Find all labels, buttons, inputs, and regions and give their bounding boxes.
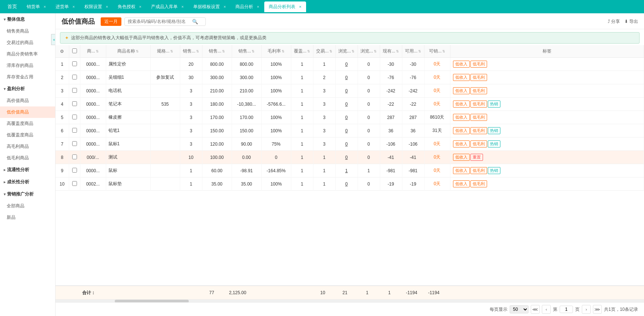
views-link[interactable]: 0 [345,115,348,120]
sidebar-item-new-goods[interactable]: 新品 [0,212,55,223]
views-link[interactable]: 0 [345,181,348,187]
col-views2[interactable]: 浏览...⇅ [358,45,380,58]
sidebar-section-profit[interactable]: ▾ 盈利分析 [0,83,55,95]
col-name[interactable]: 商品名称⇅ [106,45,150,58]
row-stock2: -30 [402,58,424,71]
nav-product-in[interactable]: 产成品入库单 × [147,1,188,12]
row-select-checkbox[interactable] [72,88,77,93]
col-avail[interactable]: 可销...⇅ [424,45,450,58]
first-page-btn[interactable]: ⋘ [531,305,540,314]
last-page-btn[interactable]: ⋙ [593,305,602,314]
sidebar-collapse-btn[interactable]: « [51,34,56,45]
scrollbar-area[interactable] [56,299,644,302]
sidebar-section-growth[interactable]: ▸ 成长性分析 [0,176,55,188]
nav-product-analysis-list-close[interactable]: × [299,4,301,9]
nav-product-analysis[interactable]: 商品分析 × [231,1,264,12]
nav-role-close[interactable]: × [139,4,141,9]
row-checkbox[interactable] [69,137,80,151]
row-select-checkbox[interactable] [72,154,77,159]
nav-role[interactable]: 角色授权 × [113,1,146,12]
sidebar-item-high-coverage[interactable]: 高覆盖度商品 [0,118,55,129]
sidebar-section-marketing[interactable]: ▾ 营销推广分析 [0,188,55,200]
row-select-checkbox[interactable] [72,181,77,186]
sidebar-section-overview[interactable]: ▾ 整体信息 [0,13,55,26]
col-spec[interactable]: 规格...⇅ [150,45,180,58]
sidebar-item-high-margin[interactable]: 高毛利商品 [0,141,55,152]
row-checkbox[interactable] [69,177,80,191]
row-select-checkbox[interactable] [72,101,77,106]
nav-permission[interactable]: 权限设置 × [80,1,113,12]
page-size-select[interactable]: 50 100 200 [510,305,529,313]
nav-template[interactable]: 单据模板设置 × [189,1,230,12]
sidebar-item-stock-capital[interactable]: 库存资金占用 [0,71,55,83]
date-filter-btn[interactable]: 近一月 [101,17,121,26]
row-select-checkbox[interactable] [72,61,77,66]
views-link[interactable]: 0 [345,88,348,94]
search-icon[interactable]: 🔍 [192,19,198,24]
sidebar-item-high-value[interactable]: 高价值商品 [0,95,55,106]
export-btn[interactable]: ⬇ 导出 [624,18,638,25]
search-input[interactable] [128,19,191,24]
views-link[interactable]: 0 [345,102,348,107]
col-coverage[interactable]: 覆盖...⇅ [291,45,313,58]
sidebar-item-low-value[interactable]: 低价值商品 [0,106,55,118]
nav-purchase-close[interactable]: × [73,4,75,9]
views-link[interactable]: 0 [345,155,348,160]
sidebar-item-low-margin[interactable]: 低毛利商品 [0,152,55,164]
row-views1: 0 [335,111,358,124]
row-checkbox[interactable] [69,84,80,98]
sidebar-section-flow[interactable]: ▸ 流通性分析 [0,164,55,176]
views-link[interactable]: 0 [345,62,348,67]
next-page-btn[interactable]: › [582,305,591,314]
col-stock1[interactable]: 现有...⇅ [380,45,402,58]
col-price[interactable]: 销售...⇅ [202,45,232,58]
nav-purchase[interactable]: 进货单 × [51,1,79,12]
views-link[interactable]: 1 [345,168,348,173]
col-margin[interactable]: 毛利率⇅ [261,45,291,58]
views-link[interactable]: 0 [345,128,348,133]
col-views1[interactable]: 浏览...⇅ [335,45,358,58]
sidebar-item-sales-goods[interactable]: 销售类商品 [0,26,55,37]
col-code[interactable]: 商...⇅ [80,45,106,58]
nav-product-analysis-close[interactable]: × [257,4,259,9]
row-qty: 20 [180,58,202,71]
row-checkbox[interactable] [69,58,80,71]
table-row: 6 0000... 铅笔1 3 150.00 150.00 100% 1 3 0… [56,124,644,137]
row-select-checkbox[interactable] [72,115,77,119]
share-btn[interactable]: ⤴ 分享 [608,18,620,25]
row-checkbox[interactable] [69,111,80,124]
row-select-checkbox[interactable] [72,141,77,146]
sidebar-item-low-coverage[interactable]: 低覆盖度商品 [0,129,55,141]
row-checkbox[interactable] [69,151,80,164]
row-select-checkbox[interactable] [72,128,77,133]
col-cost[interactable]: 销售...⇅ [232,45,261,58]
nav-sales[interactable]: 销货单 × [22,1,50,12]
row-checkbox[interactable] [69,98,80,111]
col-orders[interactable]: 交易...⇅ [313,45,335,58]
views-link[interactable]: 0 [345,142,348,147]
row-select-checkbox[interactable] [72,75,77,79]
col-stock2[interactable]: 可用...⇅ [402,45,424,58]
nav-permission-close[interactable]: × [106,4,108,9]
col-qty[interactable]: 销售...⇅ [180,45,202,58]
row-checkbox[interactable] [69,71,80,84]
views-link[interactable]: 0 [345,75,348,80]
prev-page-btn[interactable]: ‹ [542,305,551,314]
select-all-checkbox[interactable] [72,48,77,53]
row-qty: 3 [180,84,202,98]
row-select-checkbox[interactable] [72,168,77,173]
sidebar-item-all-goods[interactable]: 全部商品 [0,200,55,212]
nav-product-analysis-list[interactable]: 商品分析列表 × [264,1,306,12]
sidebar-item-slow-goods[interactable]: 滞库存的商品 [0,60,55,71]
nav-product-in-close[interactable]: × [181,4,184,9]
row-checkbox[interactable] [69,124,80,137]
col-settings[interactable]: ⚙ [56,45,69,58]
page-input[interactable] [560,306,573,313]
nav-sales-close[interactable]: × [44,4,46,9]
nav-home[interactable]: 首页 [3,1,21,12]
row-checkbox[interactable] [69,164,80,177]
nav-template-close[interactable]: × [224,4,226,9]
sidebar-item-category-rate[interactable]: 商品分类销售率 [0,48,55,60]
sidebar-item-traded-goods[interactable]: 交易过的商品 [0,37,55,48]
page-size-label: 每页显示 [490,306,507,313]
